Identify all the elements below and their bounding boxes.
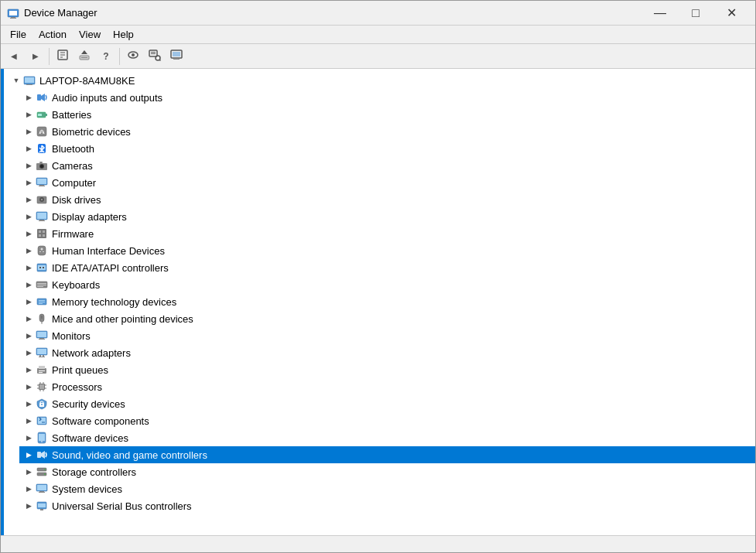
svg-rect-25 [37, 94, 41, 101]
view-hidden-button[interactable] [123, 46, 143, 67]
tree-item-storage[interactable]: ▶ Storage controllers [19, 463, 755, 480]
tree-item-disk[interactable]: ▶ Disk drives [19, 191, 755, 208]
tree-item-cameras[interactable]: ▶ Cameras [19, 157, 755, 174]
computer-mgmt-button[interactable] [166, 46, 186, 67]
bluetooth-expand-icon[interactable]: ▶ [22, 142, 35, 155]
tree-view[interactable]: ▼ LAPTOP-8A4MU8KE ▶ [4, 69, 755, 535]
firmware-expand-icon[interactable]: ▶ [22, 227, 35, 240]
storage-expand-icon[interactable]: ▶ [22, 466, 35, 478]
tree-item-computer[interactable]: ▶ Computer [19, 174, 755, 191]
svg-rect-28 [46, 114, 47, 116]
tree-item-usb[interactable]: ▶ Universal Serial Bus controllers [19, 497, 755, 514]
svg-rect-62 [37, 285, 46, 285]
svg-rect-66 [39, 302, 45, 302]
back-icon: ◀ [11, 52, 17, 60]
keyboards-expand-icon[interactable]: ▶ [22, 278, 35, 291]
software-dev-expand-icon[interactable]: ▶ [22, 432, 35, 444]
root-node[interactable]: ▼ LAPTOP-8A4MU8KE [7, 72, 755, 89]
close-button[interactable]: ✕ [713, 1, 749, 26]
svg-line-17 [159, 60, 160, 60]
tree-item-network[interactable]: ▶ Network adapters [19, 344, 755, 361]
ide-expand-icon[interactable]: ▶ [22, 261, 35, 274]
bluetooth-icon [35, 142, 49, 155]
svg-rect-65 [39, 300, 45, 301]
svg-rect-77 [37, 349, 46, 354]
svg-rect-38 [39, 185, 44, 186]
menu-action[interactable]: Action [32, 27, 73, 42]
svg-rect-112 [39, 492, 45, 493]
tree-item-mice[interactable]: ▶ Mice and other pointing devices [19, 310, 755, 327]
ide-label: IDE ATA/ATAPI controllers [52, 262, 169, 274]
tree-item-bluetooth[interactable]: ▶ Bluetooth [19, 140, 755, 157]
tree-item-biometric[interactable]: ▶ Biometric devices [19, 123, 755, 140]
network-label: Network adapters [52, 347, 131, 359]
monitors-expand-icon[interactable]: ▶ [22, 329, 35, 342]
network-expand-icon[interactable]: ▶ [22, 346, 35, 359]
keyboards-label: Keyboards [52, 279, 100, 291]
svg-rect-50 [39, 234, 41, 237]
tree-item-software-comp[interactable]: ▶ Software components [19, 412, 755, 429]
system-expand-icon[interactable]: ▶ [22, 483, 35, 495]
back-button[interactable]: ◀ [4, 46, 24, 67]
update-driver-button[interactable] [74, 46, 94, 67]
tree-item-monitors[interactable]: ▶ Monitors [19, 327, 755, 344]
print-expand-icon[interactable]: ▶ [22, 364, 35, 376]
audio-expand-icon[interactable]: ▶ [22, 91, 35, 104]
tree-item-display[interactable]: ▶ Display adapters [19, 208, 755, 225]
tree-item-firmware[interactable]: ▶ Firmware [19, 225, 755, 242]
audio-label: Audio inputs and outputs [52, 92, 162, 104]
minimize-button[interactable]: — [642, 1, 678, 26]
mice-icon [35, 312, 49, 326]
disk-icon [35, 193, 49, 207]
monitors-label: Monitors [52, 330, 91, 342]
tree-item-audio[interactable]: ▶ Audio inputs and outputs [19, 89, 755, 106]
software-dev-icon [35, 431, 49, 445]
scan-button[interactable] [145, 46, 165, 67]
svg-rect-20 [174, 58, 179, 59]
hid-icon [35, 244, 49, 258]
display-expand-icon[interactable]: ▶ [22, 210, 35, 223]
batteries-expand-icon[interactable]: ▶ [22, 108, 35, 121]
computer-expand-icon[interactable]: ▶ [22, 176, 35, 189]
svg-rect-61 [37, 283, 46, 284]
properties-button[interactable] [53, 46, 73, 67]
software-comp-expand-icon[interactable]: ▶ [22, 415, 35, 427]
processors-icon [35, 380, 49, 394]
svg-rect-103 [37, 452, 41, 458]
svg-point-107 [44, 469, 46, 470]
menu-file[interactable]: File [4, 27, 32, 42]
sound-expand-icon[interactable]: ▶ [22, 449, 35, 461]
menu-help[interactable]: Help [107, 27, 140, 42]
tree-item-system[interactable]: ▶ System devices [19, 480, 755, 497]
processors-expand-icon[interactable]: ▶ [22, 381, 35, 393]
tree-item-sound[interactable]: ▶ Sound, video and game controllers [19, 446, 755, 463]
update-driver-icon [78, 49, 91, 63]
maximize-button[interactable]: □ [678, 1, 713, 26]
tree-item-batteries[interactable]: ▶ Batteries [19, 106, 755, 123]
forward-button[interactable]: ▶ [26, 46, 46, 67]
svg-rect-35 [39, 162, 43, 163]
tree-item-ide[interactable]: ▶ IDE ATA/ATAPI controllers [19, 259, 755, 276]
tree-item-security[interactable]: ▶ Security devices [19, 395, 755, 412]
disk-expand-icon[interactable]: ▶ [22, 193, 35, 206]
svg-rect-1 [9, 11, 17, 15]
tree-item-print[interactable]: ▶ Print queues [19, 361, 755, 378]
hid-expand-icon[interactable]: ▶ [22, 244, 35, 257]
usb-expand-icon[interactable]: ▶ [22, 500, 35, 512]
sound-label: Sound, video and game controllers [52, 449, 207, 461]
help-button[interactable]: ? [96, 46, 116, 67]
tree-item-software-dev[interactable]: ▶ Software devices [19, 429, 755, 446]
memory-expand-icon[interactable]: ▶ [22, 295, 35, 308]
tree-item-keyboards[interactable]: ▶ Keyboards [19, 276, 755, 293]
tree-item-memory[interactable]: ▶ Memory technology devices [19, 293, 755, 310]
security-expand-icon[interactable]: ▶ [22, 398, 35, 410]
svg-rect-19 [173, 52, 180, 56]
title-bar: Device Manager — □ ✕ [1, 1, 755, 26]
tree-item-hid[interactable]: ▶ Human Interface Devices [19, 242, 755, 259]
menu-view[interactable]: View [73, 27, 107, 42]
tree-item-processors[interactable]: ▶ [19, 378, 755, 395]
root-expand-icon[interactable]: ▼ [10, 74, 22, 87]
mice-expand-icon[interactable]: ▶ [22, 312, 35, 325]
biometric-expand-icon[interactable]: ▶ [22, 125, 35, 138]
cameras-expand-icon[interactable]: ▶ [22, 159, 35, 172]
